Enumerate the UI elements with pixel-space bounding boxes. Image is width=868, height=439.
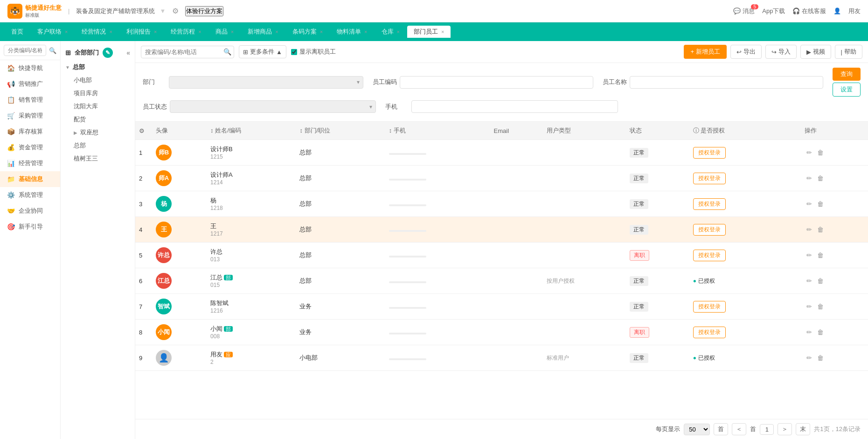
sidebar-item-marketing[interactable]: 📢 营销推广 bbox=[0, 76, 60, 92]
tab-barcode[interactable]: 条码方案 × bbox=[286, 26, 329, 38]
tab-goods[interactable]: 商品 × bbox=[209, 26, 240, 38]
auth-login-button[interactable]: 授权登录 bbox=[693, 173, 726, 184]
export-button[interactable]: ↩ 导出 bbox=[730, 45, 762, 59]
table-wrap: ⚙ 头像 ↕ 姓名/编码 ↕ 部门/职位 ↕ 手机 Email 用户类型 状态 … bbox=[135, 122, 868, 419]
online-service[interactable]: 🎧 在线客服 bbox=[792, 7, 826, 15]
delete-button[interactable]: 🗑 bbox=[815, 174, 826, 183]
prev-page-button[interactable]: ＜ bbox=[732, 423, 746, 435]
app-download[interactable]: App下载 bbox=[762, 7, 785, 15]
tree-add-icon[interactable]: ✎ bbox=[103, 48, 113, 58]
sidebar-item-basic[interactable]: 📁 基础信息 bbox=[0, 171, 60, 187]
dept-select[interactable] bbox=[169, 76, 363, 89]
auth-login-button[interactable]: 授权登录 bbox=[693, 327, 726, 338]
add-employee-button[interactable]: + 新增员工 bbox=[684, 45, 726, 59]
sidebar-item-finance[interactable]: 💰 资金管理 bbox=[0, 139, 60, 155]
col-email-cell bbox=[490, 268, 543, 294]
tree-item-peihuo[interactable]: 配货 bbox=[61, 113, 135, 126]
import-button[interactable]: ↪ 导入 bbox=[765, 45, 797, 59]
sidebar-search-icon[interactable]: 🔍 bbox=[49, 47, 56, 54]
table-row: 7 智斌 陈智斌 1216 业务 正常 授权登录 ✏ 🗑 bbox=[135, 294, 868, 320]
delete-button[interactable]: 🗑 bbox=[815, 302, 826, 311]
last-page-button[interactable]: 末 bbox=[796, 423, 810, 435]
sidebar-item-inventory[interactable]: 📦 库存核算 bbox=[0, 124, 60, 139]
sidebar-item-system[interactable]: ⚙️ 系统管理 bbox=[0, 187, 60, 203]
edit-button[interactable]: ✏ bbox=[805, 174, 814, 183]
tree-collapse-icon[interactable]: « bbox=[126, 49, 130, 56]
search-input[interactable] bbox=[141, 46, 234, 58]
edit-button[interactable]: ✏ bbox=[805, 302, 814, 311]
more-filters-button[interactable]: ⊞ 更多条件 ▲ bbox=[239, 45, 286, 58]
delete-button[interactable]: 🗑 bbox=[815, 276, 826, 286]
tree-item-shuangzuo[interactable]: ▶ 双座想 bbox=[61, 126, 135, 139]
tab-warehouse[interactable]: 仓库 × bbox=[375, 26, 406, 38]
delete-button[interactable]: 🗑 bbox=[815, 199, 826, 209]
edit-button[interactable]: ✏ bbox=[805, 353, 814, 362]
tree-item-shenyang[interactable]: 沈阳大库 bbox=[61, 100, 135, 113]
delete-button[interactable]: 🗑 bbox=[815, 225, 826, 234]
delete-button[interactable]: 🗑 bbox=[815, 148, 826, 157]
col-avatar-cell: 江总 bbox=[152, 268, 207, 294]
trial-button[interactable]: 体验行业方案 bbox=[185, 6, 223, 16]
top-bar: 🐯 畅捷通好生意 标准版 | 装备及固定资产辅助管理系统 ▼ ⚙ 体验行业方案 … bbox=[0, 0, 868, 22]
tree-item-zhishu[interactable]: 植树王三 bbox=[61, 152, 135, 165]
tab-operation[interactable]: 经营情况 × bbox=[75, 26, 118, 38]
tree-item-xiangmu[interactable]: 项目库房 bbox=[61, 87, 135, 100]
sidebar-item-sales[interactable]: 📋 销售管理 bbox=[0, 92, 60, 108]
sidebar-search-input[interactable] bbox=[4, 45, 46, 56]
sidebar-item-purchase[interactable]: 🛒 采购管理 bbox=[0, 108, 60, 124]
edit-button[interactable]: ✏ bbox=[805, 199, 814, 209]
tab-employees[interactable]: 部门员工 × bbox=[407, 26, 451, 38]
delete-button[interactable]: 🗑 bbox=[815, 353, 826, 362]
tree-item-xiaodibu[interactable]: 小电部 bbox=[61, 74, 135, 87]
show-resigned-label[interactable]: 显示离职员工 bbox=[291, 48, 336, 56]
set-button[interactable]: 设置 bbox=[833, 83, 861, 97]
auth-login-button[interactable]: 授权登录 bbox=[693, 301, 726, 313]
tab-history[interactable]: 经营历程 × bbox=[164, 26, 208, 38]
view-button[interactable]: ▶ 视频 bbox=[800, 45, 831, 59]
emp-name-input[interactable] bbox=[630, 76, 823, 89]
search-icon[interactable]: 🔍 bbox=[223, 48, 231, 56]
tab-bom[interactable]: 物料清单 × bbox=[330, 26, 374, 38]
sidebar-item-guide[interactable]: 🎯 新手引导 bbox=[0, 219, 60, 235]
col-name-cell: 用友应 2 bbox=[207, 345, 296, 371]
search-button[interactable]: 查询 bbox=[833, 68, 861, 81]
tab-profit[interactable]: 利润报告 × bbox=[120, 26, 163, 38]
tab-home[interactable]: 首页 bbox=[5, 26, 30, 38]
emp-status-select[interactable] bbox=[170, 100, 376, 113]
auth-login-button[interactable]: 授权登录 bbox=[693, 198, 726, 210]
tree-item-zongbu[interactable]: 总部 bbox=[61, 139, 135, 152]
edit-button[interactable]: ✏ bbox=[805, 276, 814, 286]
page-size-label: 每页显示 bbox=[656, 425, 680, 433]
delete-button[interactable]: 🗑 bbox=[815, 251, 826, 260]
next-page-button[interactable]: ＞ bbox=[778, 423, 792, 435]
emp-code-input[interactable] bbox=[400, 76, 593, 89]
show-resigned-checkbox[interactable] bbox=[291, 49, 297, 55]
edit-button[interactable]: ✏ bbox=[805, 251, 814, 260]
col-status-cell: 正常 bbox=[626, 268, 689, 294]
auth-login-button[interactable]: 授权登录 bbox=[693, 224, 726, 236]
settings-icon[interactable]: ⚙ bbox=[170, 5, 181, 17]
tab-customer[interactable]: 客户联络 × bbox=[31, 26, 74, 38]
edit-button[interactable]: ✏ bbox=[805, 328, 814, 337]
sidebar-item-operation[interactable]: 📊 经营管理 bbox=[0, 155, 60, 171]
auth-login-button[interactable]: 授权登录 bbox=[693, 147, 726, 159]
first-page-button[interactable]: 首 bbox=[714, 423, 728, 435]
col-settings[interactable]: ⚙ bbox=[135, 122, 152, 140]
edit-button[interactable]: ✏ bbox=[805, 148, 814, 157]
col-status-cell: 正常 bbox=[626, 294, 689, 320]
page-size-select[interactable]: 10 20 50 100 bbox=[684, 424, 710, 435]
sidebar-item-enterprise[interactable]: 🤝 企业协同 bbox=[0, 203, 60, 219]
message-badge[interactable]: 💬 消息 5 bbox=[733, 7, 755, 15]
phone-input[interactable] bbox=[411, 100, 618, 113]
toolbar: + 新增员工 ↩ 导出 ↪ 导入 ▶ 视频 | 帮助 bbox=[684, 45, 862, 59]
settings-icon[interactable]: ⚙ bbox=[139, 127, 145, 134]
sidebar-item-quick-nav[interactable]: 🏠 快捷导航 bbox=[0, 60, 60, 76]
col-dept-cell: 业务 bbox=[296, 294, 385, 320]
tab-add-goods[interactable]: 新增商品 × bbox=[241, 26, 285, 38]
help-button[interactable]: | 帮助 bbox=[835, 45, 862, 59]
delete-button[interactable]: 🗑 bbox=[815, 328, 826, 337]
edit-button[interactable]: ✏ bbox=[805, 225, 814, 234]
status-badge: 离职 bbox=[630, 250, 649, 261]
auth-login-button[interactable]: 授权登录 bbox=[693, 250, 726, 261]
tree-item-general-dept[interactable]: ▼ 总部 bbox=[61, 61, 135, 74]
